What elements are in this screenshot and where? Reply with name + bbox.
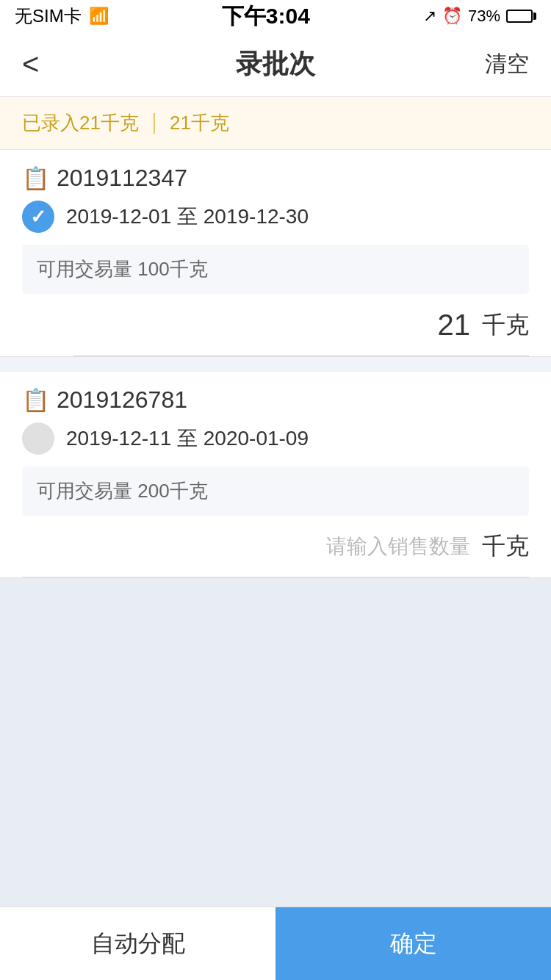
battery-icon [506,10,536,23]
scroll-area: 已录入21千克 21千克 📋 2019112347 ✓ [0,97,551,907]
clear-button[interactable]: 清空 [485,49,529,79]
batch2-date-row[interactable]: 2019-12-11 至 2020-01-09 [22,422,529,455]
status-right: ↗ ⏰ 73% [423,7,536,26]
batch2-input-placeholder[interactable]: 请输入销售数量 [22,533,470,561]
check-icon: ✓ [30,206,46,228]
alarm-icon: ⏰ [442,7,462,26]
battery-percent: 73% [468,7,500,26]
batch1-quantity-value[interactable]: 21 [438,309,471,342]
main-content: 已录入21千克 21千克 📋 2019112347 ✓ [0,97,551,980]
carrier-text: 无SIM卡 [15,4,82,28]
batch2-input-unit: 千克 [482,530,529,563]
location-icon: ↗ [423,7,436,26]
batch1-date-row[interactable]: ✓ 2019-12-01 至 2019-12-30 [22,201,529,233]
section-separator [0,357,551,372]
input-underline [22,577,529,577]
status-time: 下午3:04 [222,1,310,32]
back-button[interactable]: < [22,48,66,81]
batch1-id: 2019112347 [57,165,187,192]
page-title: 录批次 [236,46,315,82]
batch1-icon: 📋 [22,165,49,191]
info-divider [154,113,155,134]
batch2-avail: 可用交易量 200千克 [22,466,529,516]
batch1-id-row: 📋 2019112347 [22,165,529,192]
batch2-input-row[interactable]: 请输入销售数量 千克 [0,516,551,578]
batch2-id-row: 📋 2019126781 [22,386,529,414]
gray-area [0,578,551,907]
batch-card-1: 📋 2019112347 ✓ 2019-12-01 至 2019-12-30 可… [0,150,551,357]
info-banner: 已录入21千克 21千克 [0,97,551,150]
bottom-buttons: 自动分配 确定 [0,907,551,980]
recorded-text: 已录入21千克 [22,110,139,136]
batch2-icon: 📋 [22,387,49,413]
batch2-checkbox[interactable] [22,422,54,455]
status-bar: 无SIM卡 📶 下午3:04 ↗ ⏰ 73% [0,0,551,32]
confirm-button[interactable]: 确定 [276,907,551,980]
batch1-date: 2019-12-01 至 2019-12-30 [66,203,309,231]
batch1-avail: 可用交易量 100千克 [22,245,529,294]
status-left: 无SIM卡 📶 [15,4,109,28]
batch-card-2: 📋 2019126781 2019-12-11 至 2020-01-09 可用交… [0,372,551,578]
wifi-icon: 📶 [89,7,109,26]
batch2-avail-text: 可用交易量 200千克 [37,480,208,502]
batch1-quantity-row[interactable]: 21 千克 [0,294,551,357]
nav-bar: < 录批次 清空 [0,32,551,97]
batch2-date: 2019-12-11 至 2020-01-09 [66,425,309,453]
batch2-id: 2019126781 [57,386,187,414]
batch1-checkbox[interactable]: ✓ [22,201,54,233]
batch1-avail-text: 可用交易量 100千克 [37,258,208,280]
batch1-quantity-unit: 千克 [482,309,529,342]
auto-distribute-button[interactable]: 自动分配 [0,907,276,980]
recorded-amount: 21千克 [170,110,229,136]
